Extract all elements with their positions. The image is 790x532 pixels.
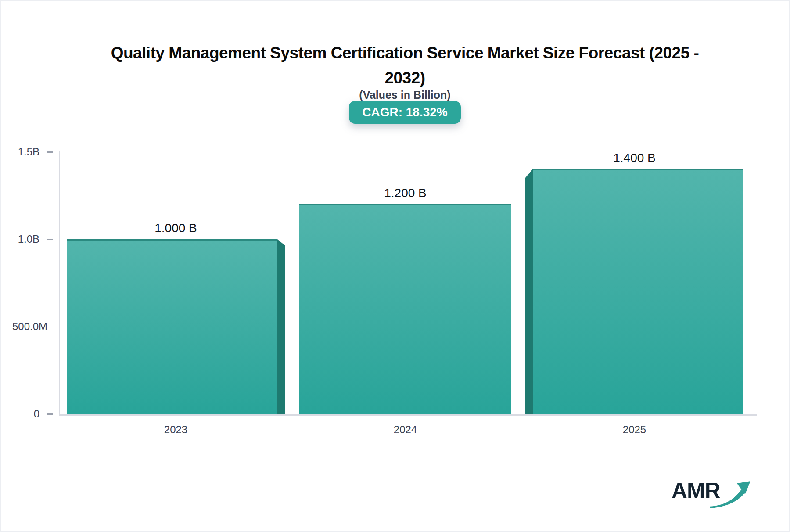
bar-2023-side-face bbox=[277, 239, 285, 414]
x-axis-label-2025: 2025 bbox=[525, 424, 743, 436]
y-tick-1-5b bbox=[47, 151, 53, 153]
bar-2024 bbox=[299, 204, 511, 414]
bar-2025-side-face bbox=[525, 169, 533, 414]
bar-value-label-2024: 1.200 B bbox=[299, 186, 511, 200]
y-axis-label-1-5b: 1.5B bbox=[1, 146, 40, 158]
chart-title-line2: 2032) bbox=[21, 65, 789, 90]
x-axis-label-2024: 2024 bbox=[299, 424, 511, 436]
bar-value-label-2023: 1.000 B bbox=[67, 221, 285, 235]
chart-subtitle: (Values in Billion) bbox=[21, 89, 789, 101]
y-tick-0 bbox=[47, 413, 53, 415]
y-axis-label-1-0b: 1.0B bbox=[1, 233, 40, 245]
amr-logo: AMR bbox=[672, 478, 757, 510]
y-axis-line bbox=[59, 151, 60, 416]
trend-up-arrow-icon bbox=[708, 480, 751, 508]
y-tick-1-0b bbox=[47, 239, 53, 240]
bar-2023 bbox=[67, 239, 277, 414]
x-axis-label-2023: 2023 bbox=[67, 424, 285, 436]
y-axis-label-500m: 500.0M bbox=[1, 320, 47, 333]
x-axis-line bbox=[59, 414, 757, 416]
cagr-badge: CAGR: 18.32% bbox=[349, 101, 461, 124]
chart-card: Quality Management System Certification … bbox=[0, 0, 790, 532]
chart-title-line1: Quality Management System Certification … bbox=[21, 40, 789, 65]
y-axis-label-0: 0 bbox=[1, 408, 40, 420]
bar-value-label-2025: 1.400 B bbox=[525, 151, 743, 165]
bar-2025 bbox=[533, 169, 743, 414]
cagr-badge-wrap: CAGR: 18.32% bbox=[21, 101, 789, 124]
chart-title: Quality Management System Certification … bbox=[21, 40, 789, 90]
